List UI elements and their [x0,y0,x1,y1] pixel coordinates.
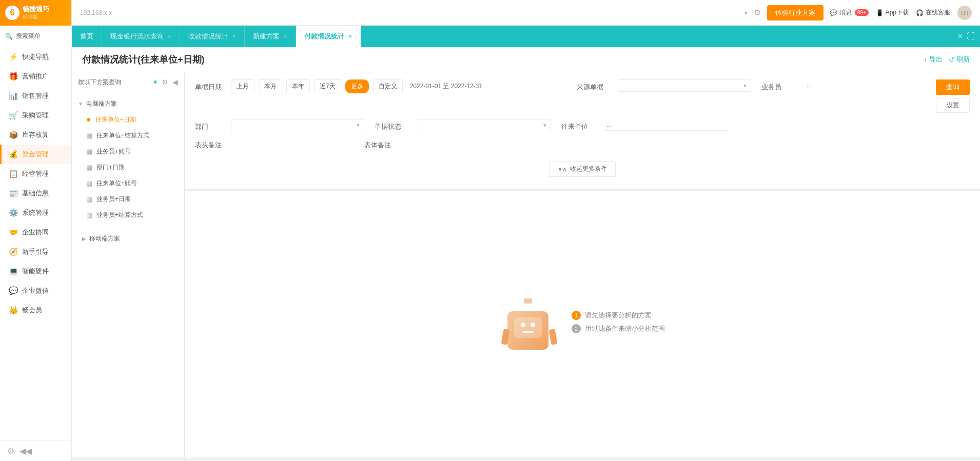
doc-status-label: 单据状态 [375,119,416,131]
partner-input[interactable] [604,119,728,131]
sidebar-item-member[interactable]: 👑 畅会员 [0,300,71,320]
close-all-tabs-icon[interactable]: × [958,32,963,41]
sidebar-item-label: 系统管理 [22,208,49,217]
scheme-icon-5: ▤ [86,179,92,187]
sidebar-item-label: 基础信息 [22,189,49,198]
refresh-label: 刷新 [956,55,970,64]
more-button[interactable]: 更多 [345,79,369,93]
empty-hints: 1 请先选择要分析的方案 2 用过滤条件来缩小分析范围 [572,311,665,337]
source-doc-input[interactable] [622,82,743,89]
filter-row-1: 单据日期 上月 本月 本年 近7天 更多 自定义 2022-01-01 至 20… [195,79,970,113]
left-panel-header: 按以下方案查询 + ⚙ ◀ [72,72,184,92]
message-icon: 💬 [830,9,837,16]
date-control: 上月 本月 本年 近7天 更多 自定义 2022-01-01 至 2022-12… [231,79,577,93]
sidebar-item-base[interactable]: 📰 基础信息 [0,184,71,203]
sidebar-item-guide[interactable]: 🧭 新手引导 [0,242,71,262]
scheme-staff-date[interactable]: ▦ 业务员+日期 [72,191,184,207]
empty-illustration: ··· [500,298,556,350]
sidebar-collapse-button[interactable]: ◀◀ [19,446,32,456]
sidebar-item-hardware[interactable]: 💻 智能硬件 [0,262,71,281]
scheme-settings-icon[interactable]: ⚙ [162,78,168,86]
sidebar-item-label: 新手引导 [22,247,49,256]
setting-button[interactable]: 设置 [936,98,970,113]
tab-bank-label: 现金银行流水查询 [110,32,164,41]
sidebar-item-quick-nav[interactable]: ⚡ 快捷导航 [0,47,71,67]
table-body-note-input[interactable] [405,137,549,149]
industry-plan-button[interactable]: 体验行业方案 [767,5,824,21]
scheme-staff-account-label: 业务员+账号 [96,147,131,156]
logo-name: 畅捷通巧 [23,5,49,13]
scheme-partner-date[interactable]: ● 往来单位+日期 [72,111,184,128]
sidebar-item-marketing[interactable]: 🎁 营销推广 [0,67,71,86]
topbar-gear-icon[interactable]: ⚙ [754,8,761,17]
this-year-button[interactable]: 本年 [286,79,310,93]
dept-dropdown-icon[interactable]: ▾ [357,122,360,129]
tab-new-scheme[interactable]: 新建方案 × [245,26,296,47]
last-month-button[interactable]: 上月 [231,79,254,93]
sidebar-item-operation[interactable]: 📋 经营管理 [0,164,71,184]
sidebar-item-coop[interactable]: 🤝 企业协同 [0,223,71,242]
body-layout: 按以下方案查询 + ⚙ ◀ ▼ 电脑端方案 ● 往来单位+日期 ▦ [72,72,980,457]
query-button[interactable]: 查询 [936,79,970,95]
tab-payment-close-icon[interactable]: × [348,33,352,40]
sidebar-footer: ⚙ ◀◀ [0,440,71,461]
sidebar-item-finance[interactable]: 💰 资金管理 [0,145,71,164]
scheme-partner-account[interactable]: ▤ 往来单位+账号 [72,175,184,191]
custom-button[interactable]: 自定义 [373,79,403,93]
staff-input[interactable] [805,79,928,91]
doc-status-dropdown-icon[interactable]: ▾ [543,122,546,129]
scheme-partner-account-label: 往来单位+账号 [96,179,137,188]
scheme-staff-settle[interactable]: ▦ 业务员+结算方式 [72,207,184,223]
maximize-icon[interactable]: ⛶ [967,32,975,41]
scheme-dept-date[interactable]: ▦ 部门+日期 [72,159,184,175]
tab-receipt-close-icon[interactable]: × [232,33,236,40]
tab-home[interactable]: 首页 [72,26,102,47]
dept-input[interactable] [236,122,357,129]
sidebar-item-sales[interactable]: 📊 销售管理 [0,86,71,106]
pc-group-arrow-icon: ▼ [78,101,83,107]
service-button[interactable]: 🎧 在线客服 [916,8,950,17]
page-header-actions: ↑ 导出 ↺ 刷新 [924,55,970,64]
tab-new-scheme-label: 新建方案 [253,32,280,41]
export-button[interactable]: ↑ 导出 [924,55,943,64]
address-chevron-icon[interactable]: ▾ [744,9,748,16]
scheme-icon-4: ▦ [86,164,92,171]
messages-button[interactable]: 💬 消息 99+ [830,8,869,17]
export-icon: ↑ [924,56,928,64]
sales-icon: 📊 [9,91,18,101]
last-7-button[interactable]: 近7天 [314,79,341,93]
scheme-staff-account[interactable]: ▦ 业务员+账号 [72,144,184,159]
app-download-button[interactable]: 📱 App下载 [876,8,909,17]
tab-payment-stat[interactable]: 付款情况统计 × [296,26,361,47]
table-header-note-input[interactable] [231,137,354,149]
sidebar-item-label: 采购管理 [22,111,49,120]
source-doc-dropdown-icon[interactable]: ▾ [743,83,747,89]
inventory-icon: 📦 [9,130,18,139]
tab-new-scheme-close-icon[interactable]: × [284,33,287,40]
refresh-button[interactable]: ↺ 刷新 [949,55,970,64]
doc-status-input[interactable] [422,122,543,129]
partner-control [604,119,728,131]
user-avatar[interactable]: Rit [957,6,972,20]
search-menu-button[interactable]: 🔍 搜索菜单 [5,30,66,43]
tab-home-label: 首页 [80,32,93,41]
sidebar-settings-button[interactable]: ⚙ [7,446,14,456]
tab-bank-close-icon[interactable]: × [168,33,171,40]
collapse-more-button[interactable]: ∧∧ 收起更多条件 [549,161,616,177]
sidebar-item-label: 企业微信 [22,286,49,295]
logo-icon: 6 [5,6,19,20]
pc-scheme-group-header[interactable]: ▼ 电脑端方案 [72,96,184,111]
sidebar-item-system[interactable]: ⚙️ 系统管理 [0,203,71,223]
app-icon: 📱 [876,9,884,16]
pc-group-label: 电脑端方案 [86,99,117,108]
this-month-button[interactable]: 本月 [259,79,282,93]
sidebar-item-wechat[interactable]: 💬 企业微信 [0,281,71,300]
tab-receipt-stat[interactable]: 收款情况统计 × [180,26,245,47]
sidebar-item-inventory[interactable]: 📦 库存核算 [0,125,71,145]
scheme-partner-settle[interactable]: ▦ 往来单位+结算方式 [72,128,184,144]
left-panel-collapse-icon[interactable]: ◀ [172,78,178,86]
add-scheme-button[interactable]: + [153,77,158,87]
sidebar-item-purchase[interactable]: 🛒 采购管理 [0,106,71,125]
mobile-scheme-group-header[interactable]: ▶ 移动端方案 [72,231,184,246]
tab-bank[interactable]: 现金银行流水查询 × [102,26,180,47]
